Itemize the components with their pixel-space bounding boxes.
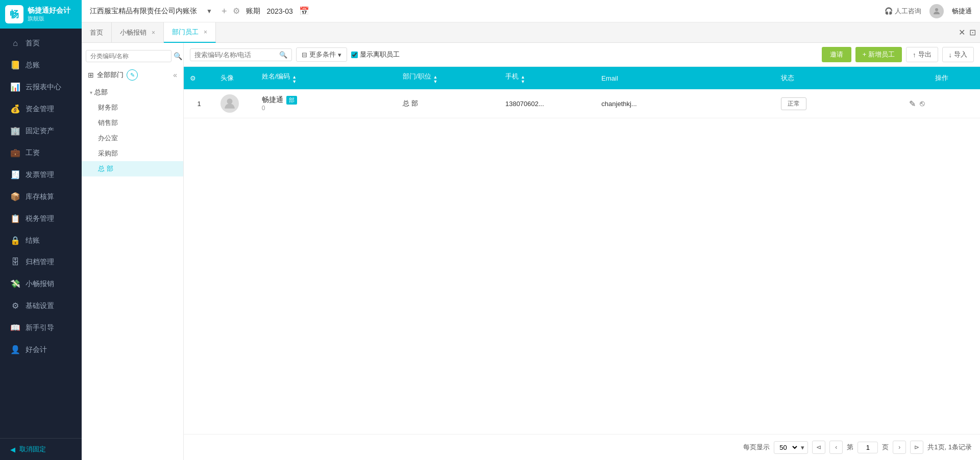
chevron-down-icon: ▾ — [338, 51, 341, 59]
nav-label-inventory: 库存核算 — [26, 192, 54, 201]
nav-label-archive: 归档管理 — [26, 258, 54, 267]
dept-tag-badge: 部 — [286, 96, 297, 105]
sidebar-item-archive[interactable]: 🗄 归档管理 — [0, 251, 82, 273]
add-employee-button[interactable]: + 新增员工 — [855, 47, 902, 62]
nav-icon-invoice: 🧾 — [10, 170, 20, 180]
sidebar-item-reports[interactable]: 📊 云报表中心 — [0, 76, 82, 98]
sidebar-item-ledger[interactable]: 📒 总账 — [0, 54, 82, 76]
maximize-tab-button[interactable]: ⊡ — [969, 28, 976, 37]
export-button[interactable]: ↑ 导出 — [906, 47, 938, 62]
nav-icon-close: 🔒 — [10, 236, 20, 245]
dept-item-general[interactable]: ▾总部 — [82, 85, 183, 100]
nav-label-xc_expense: 小畅报销 — [26, 279, 54, 289]
tab-label-department: 部门员工 — [172, 28, 199, 37]
col-header-dept[interactable]: 部门/职位▲▼ — [397, 67, 499, 89]
page-first-button[interactable]: ⊲ — [812, 441, 825, 454]
page-input[interactable] — [857, 442, 878, 453]
nav-icon-helper: 👤 — [10, 345, 20, 354]
sidebar-item-home[interactable]: ⌂ 首页 — [0, 33, 82, 54]
all-departments-item[interactable]: ⊞ 全部部门 ✎ « — [82, 65, 183, 85]
add-account-button[interactable]: + — [222, 7, 227, 16]
per-page-select[interactable]: 50 10 20 100 — [777, 443, 799, 452]
more-filter-label: 更多条件 — [309, 50, 336, 59]
dept-search-button[interactable]: 🔍 — [174, 52, 182, 60]
sidebar-item-funds[interactable]: 💰 资金管理 — [0, 98, 82, 120]
nav-label-funds: 资金管理 — [26, 105, 54, 114]
dept-item-sales[interactable]: 销售部 — [82, 115, 183, 131]
page-prev-button[interactable]: ‹ — [829, 441, 843, 454]
sidebar-item-salary[interactable]: 💼 工资 — [0, 142, 82, 164]
edit-dept-button[interactable]: ✎ — [127, 69, 138, 81]
show-resigned-label[interactable]: 显示离职员工 — [351, 50, 400, 59]
page-last-button[interactable]: ⊳ — [910, 441, 923, 454]
nav-label-invoice: 发票管理 — [26, 170, 54, 180]
logout-employee-button[interactable]: ⎋ — [920, 99, 925, 108]
import-label: 导入 — [954, 50, 967, 59]
col-header-mobile[interactable]: 手机▲▼ — [499, 67, 595, 89]
table-row: 1 畅捷通 部 0 总 部 138070602... chanjethkj...… — [184, 89, 980, 118]
tab-department[interactable]: 部门员工× — [164, 22, 216, 43]
sidebar-item-close[interactable]: 🔒 结账 — [0, 229, 82, 251]
nav-label-reports: 云报表中心 — [26, 83, 61, 92]
edit-employee-button[interactable]: ✎ — [909, 99, 916, 109]
nav-label-guide: 新手引导 — [26, 323, 54, 333]
service-label: 人工咨询 — [895, 7, 921, 16]
sidebar-item-invoice[interactable]: 🧾 发票管理 — [0, 164, 82, 186]
toolbar-right-actions: 邀请 + 新增员工 ↑ 导出 ↓ 导入 — [822, 47, 974, 62]
tab-label-home: 首页 — [90, 28, 103, 37]
nav-icon-assets: 🏢 — [10, 126, 20, 136]
close-tab-button[interactable]: ✕ — [959, 28, 965, 37]
sidebar-item-settings[interactable]: ⚙ 基础设置 — [0, 295, 82, 317]
content-area: 🔍 ⊞ 全部部门 ✎ « ▾总部财务部销售部办公室采购部总 部 🔍 ⊟ 更多条件 — [82, 43, 980, 460]
dept-item-office[interactable]: 办公室 — [82, 131, 183, 146]
tab-close-department[interactable]: × — [204, 29, 207, 36]
service-button[interactable]: 🎧 人工咨询 — [885, 7, 921, 16]
user-name: 畅捷通 — [952, 7, 972, 16]
dept-item-purchase[interactable]: 采购部 — [82, 146, 183, 161]
col-header-name[interactable]: 姓名/编码▲▼ — [256, 67, 397, 89]
pin-toggle[interactable]: ◀ 取消固定 — [0, 438, 82, 460]
row-actions-cell: ✎ ⎋ — [903, 89, 980, 118]
dept-item-general_main[interactable]: 总 部 — [82, 161, 183, 176]
calendar-icon[interactable]: 📅 — [299, 6, 309, 16]
row-index: 1 — [184, 89, 214, 118]
nav-icon-reports: 📊 — [10, 82, 20, 92]
employee-table: ⚙头像姓名/编码▲▼部门/职位▲▼手机▲▼Email状态操作 1 畅捷通 部 0… — [184, 67, 980, 118]
nav-label-helper: 好会计 — [26, 345, 47, 354]
sidebar-item-xc_expense[interactable]: 💸 小畅报销 — [0, 273, 82, 295]
tab-close-expense[interactable]: × — [152, 29, 155, 36]
more-filter-button[interactable]: ⊟ 更多条件 ▾ — [296, 47, 347, 62]
sidebar-item-assets[interactable]: 🏢 固定资产 — [0, 120, 82, 142]
dept-search-input[interactable] — [86, 50, 172, 62]
company-dropdown-button[interactable]: ▼ — [203, 7, 215, 16]
per-page-select-container: 50 10 20 100 ▾ — [774, 441, 808, 454]
tab-expense[interactable]: 小畅报销× — [112, 22, 164, 43]
settings-button[interactable]: ⚙ — [233, 6, 240, 16]
nav-label-ledger: 总账 — [26, 61, 40, 70]
import-button[interactable]: ↓ 导入 — [942, 47, 974, 62]
headset-icon: 🎧 — [885, 7, 893, 15]
nav-label-tax: 税务管理 — [26, 214, 54, 223]
collapse-dept-button[interactable]: « — [173, 71, 177, 79]
sidebar-item-inventory[interactable]: 📦 库存核算 — [0, 186, 82, 208]
sidebar-item-helper[interactable]: 👤 好会计 — [0, 339, 82, 361]
tab-home[interactable]: 首页 — [82, 22, 112, 43]
page-next-button[interactable]: › — [893, 441, 906, 454]
row-email: chanjethkj... — [595, 89, 775, 118]
tabs-bar: 首页小畅报销×部门员工× ✕ ⊡ — [82, 22, 980, 43]
import-icon: ↓ — [949, 51, 952, 59]
nav-icon-xc_expense: 💸 — [10, 279, 20, 289]
logo-icon: 畅 — [5, 5, 23, 23]
dept-item-finance[interactable]: 财务部 — [82, 100, 183, 115]
sidebar-item-tax[interactable]: 📋 税务管理 — [0, 208, 82, 229]
invite-button[interactable]: 邀请 — [822, 47, 851, 62]
row-status-cell: 正常 — [775, 89, 903, 118]
employee-toolbar: 🔍 ⊟ 更多条件 ▾ 显示离职员工 邀请 + 新增员工 ↑ 导出 — [184, 43, 980, 67]
sidebar-item-guide[interactable]: 📖 新手引导 — [0, 317, 82, 339]
row-dept: 总 部 — [397, 89, 499, 118]
dept-tree: ▾总部财务部销售部办公室采购部总 部 — [82, 85, 183, 176]
page-label: 第 — [847, 443, 853, 452]
show-resigned-checkbox[interactable] — [351, 52, 358, 58]
search-filter-input[interactable] — [194, 51, 277, 59]
action-buttons: ✎ ⎋ — [909, 99, 974, 109]
